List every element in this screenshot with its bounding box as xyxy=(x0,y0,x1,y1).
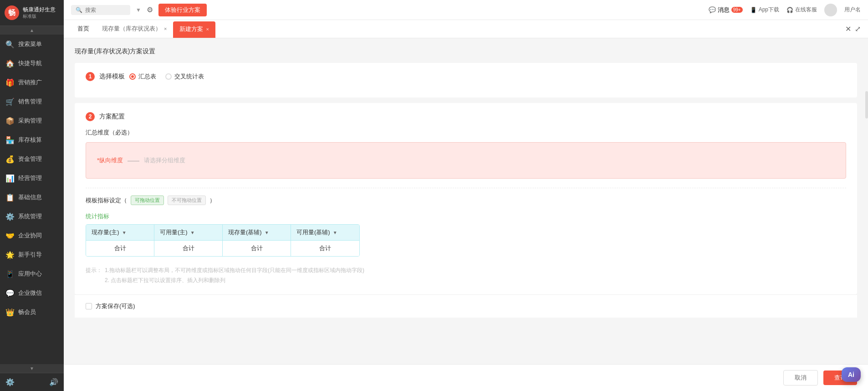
sidebar-item-label: 库存核算 xyxy=(18,136,42,144)
dimension-arrow: —— xyxy=(128,157,139,164)
sidebar-item-sales[interactable]: 🛒 销售管理 xyxy=(0,92,64,111)
summary-dimension-label: 汇总维度（必选） xyxy=(86,129,846,137)
non-draggable-badge: 不可拖动位置 xyxy=(168,196,206,205)
sidebar-item-new-guide[interactable]: 🌟 新手引导 xyxy=(0,245,64,264)
info-icon: 📋 xyxy=(5,193,15,202)
user-avatar xyxy=(824,4,837,16)
sidebar-logo: 畅 畅康通好生意 标准版 xyxy=(0,0,64,26)
sidebar-item-inventory[interactable]: 🏪 库存核算 xyxy=(0,130,64,149)
sidebar-item-agreement[interactable]: 🤝 企业协同 xyxy=(0,226,64,245)
col-3-chevron[interactable]: ▼ xyxy=(333,230,337,235)
trial-button[interactable]: 体验行业方案 xyxy=(158,4,207,16)
tab-home[interactable]: 首页 xyxy=(71,20,96,38)
tabs-controls: ✕ ⤢ xyxy=(845,25,861,33)
topbar-chevron-icon[interactable]: ▼ xyxy=(136,7,141,13)
box-icon: 📦 xyxy=(5,116,15,125)
radio-summary[interactable]: 汇总表 xyxy=(129,72,156,81)
sidebar-item-label: 基础信息 xyxy=(18,193,42,201)
sidebar-scroll-down[interactable]: ▼ xyxy=(0,364,64,373)
stats-table: 现存量(主) ▼ 可用量(主) ▼ 现存量(基辅) ▼ 可用量(基辅) xyxy=(86,224,360,257)
tab-expand-icon[interactable]: ⤢ xyxy=(855,25,861,33)
gear-icon: ⚙️ xyxy=(5,212,15,221)
radio-cross-label: 交叉统计表 xyxy=(174,72,204,81)
col-2-chevron[interactable]: ▼ xyxy=(265,230,269,235)
sidebar-nav: 🔍 搜索菜单 🏠 快捷导航 🎁 营销推广 🛒 销售管理 📦 采购管理 🏪 库存核… xyxy=(0,35,64,364)
username-label[interactable]: 用户名 xyxy=(844,6,861,14)
sidebar-item-label: 采购管理 xyxy=(18,117,42,125)
page-title: 现存量(库存状况表)方案设置 xyxy=(75,47,857,56)
sidebar-item-app-center[interactable]: 📱 应用中心 xyxy=(0,264,64,283)
radio-summary-circle xyxy=(129,73,136,80)
sidebar-item-quick-nav[interactable]: 🏠 快捷导航 xyxy=(0,54,64,73)
stats-table-header: 现存量(主) ▼ 可用量(主) ▼ 现存量(基辅) ▼ 可用量(基辅) xyxy=(86,225,359,240)
home-tab-label: 首页 xyxy=(77,25,89,33)
new-plan-tab-close[interactable]: × xyxy=(206,26,209,32)
sidebar-item-purchase[interactable]: 📦 采购管理 xyxy=(0,111,64,130)
tip-2-text: 2. 点击标题栏下拉可以设置排序、插入列和删除列 xyxy=(105,276,225,286)
save-option: 方案保存(可选) xyxy=(75,294,857,318)
sidebar-item-label: 系统管理 xyxy=(18,212,42,221)
sidebar-item-wechat[interactable]: 💬 企业微信 xyxy=(0,283,64,303)
topbar-right: 💬 消息 99+ 📱 App下载 🎧 在线客服 用户名 xyxy=(709,4,861,16)
app-icon: 📱 xyxy=(750,7,757,13)
sidebar-item-label: 搜索菜单 xyxy=(18,40,42,48)
topbar-gear-icon[interactable]: ⚙ xyxy=(147,5,153,14)
cell-0-1: 合计 xyxy=(154,241,223,256)
save-option-label: 方案保存(可选) xyxy=(96,302,135,310)
resize-handle[interactable] xyxy=(865,91,868,118)
message-label: 消息 xyxy=(718,6,730,14)
chart-icon: 📊 xyxy=(5,174,15,183)
stats-section: 统计指标 现存量(主) ▼ 可用量(主) ▼ 现存量(基辅) xyxy=(86,212,846,257)
sound-footer-icon[interactable]: 🔊 xyxy=(49,378,58,386)
crown-icon: 👑 xyxy=(5,308,15,317)
sidebar-item-basic[interactable]: 📋 基础信息 xyxy=(0,188,64,207)
tab-new-plan[interactable]: 新建方案 × xyxy=(173,21,215,38)
cell-0-2: 合计 xyxy=(223,241,291,256)
sidebar-item-search[interactable]: 🔍 搜索菜单 xyxy=(0,35,64,54)
dimension-area[interactable]: *纵向维度 —— 请选择分组维度 xyxy=(86,142,846,179)
step1-title: 选择模板 xyxy=(99,72,125,81)
sidebar-item-label: 快捷导航 xyxy=(18,59,42,67)
sidebar-scroll-up[interactable]: ▲ xyxy=(0,26,64,35)
step2-section: 2 方案配置 汇总维度（必选） *纵向维度 —— 请选择分组维度 模板指标设定（… xyxy=(75,103,857,294)
step1-header: 1 选择模板 汇总表 交叉统计表 xyxy=(86,72,846,81)
col-1: 可用量(主) ▼ xyxy=(154,225,223,240)
ai-button[interactable]: Ai xyxy=(842,367,861,382)
save-checkbox[interactable] xyxy=(86,303,92,309)
radio-cross-circle xyxy=(165,73,172,80)
radio-cross[interactable]: 交叉统计表 xyxy=(165,72,204,81)
sidebar-item-label: 应用中心 xyxy=(18,270,42,278)
settings-footer-icon[interactable]: ⚙️ xyxy=(5,378,15,386)
mobile-icon: 📱 xyxy=(5,269,15,278)
search-box[interactable]: 🔍 xyxy=(71,5,130,15)
app-download-button[interactable]: 📱 App下载 xyxy=(750,6,779,14)
online-service-button[interactable]: 🎧 在线客服 xyxy=(786,6,817,14)
cell-0-3: 合计 xyxy=(291,241,359,256)
chat-icon: 💬 xyxy=(5,288,15,298)
col-1-label: 可用量(主) xyxy=(160,228,188,237)
tabs-bar: 首页 现存量（库存状况表） × 新建方案 × ✕ ⤢ xyxy=(64,20,868,38)
sidebar-item-system[interactable]: ⚙️ 系统管理 xyxy=(0,207,64,226)
tab-inventory[interactable]: 现存量（库存状况表） × xyxy=(96,20,173,38)
col-2: 现存量(基辅) ▼ xyxy=(223,225,291,240)
star-icon: 🌟 xyxy=(5,250,15,259)
tips-area: 提示： 1.拖动标题栏可以调整布局，不可跨维度或指标区域拖动任何目字段(只能在同… xyxy=(86,266,846,285)
search-input[interactable] xyxy=(85,7,122,13)
col-1-chevron[interactable]: ▼ xyxy=(190,230,195,235)
sidebar-item-finance[interactable]: 💰 资金管理 xyxy=(0,149,64,169)
sidebar-item-operations[interactable]: 📊 经营管理 xyxy=(0,169,64,188)
service-icon: 🎧 xyxy=(786,7,793,13)
sidebar-item-marketing[interactable]: 🎁 营销推广 xyxy=(0,73,64,92)
inventory-tab-close[interactable]: × xyxy=(164,26,167,31)
tip-1-text: 1.拖动标题栏可以调整布局，不可跨维度或指标区域拖动任何目字段(只能在同一维度或… xyxy=(105,266,364,276)
content-area: 现存量(库存状况表)方案设置 1 选择模板 汇总表 交叉统计表 xyxy=(64,38,868,364)
cancel-button[interactable]: 取消 xyxy=(783,370,818,386)
col-0-chevron[interactable]: ▼ xyxy=(122,230,127,235)
sidebar-item-label: 资金管理 xyxy=(18,155,42,163)
radio-summary-label: 汇总表 xyxy=(138,72,156,81)
divider xyxy=(86,188,846,188)
message-button[interactable]: 💬 消息 99+ xyxy=(709,6,743,14)
app-edition: 标准版 xyxy=(23,13,56,19)
tab-close-icon[interactable]: ✕ xyxy=(845,25,851,33)
sidebar-item-member[interactable]: 👑 畅会员 xyxy=(0,303,64,322)
